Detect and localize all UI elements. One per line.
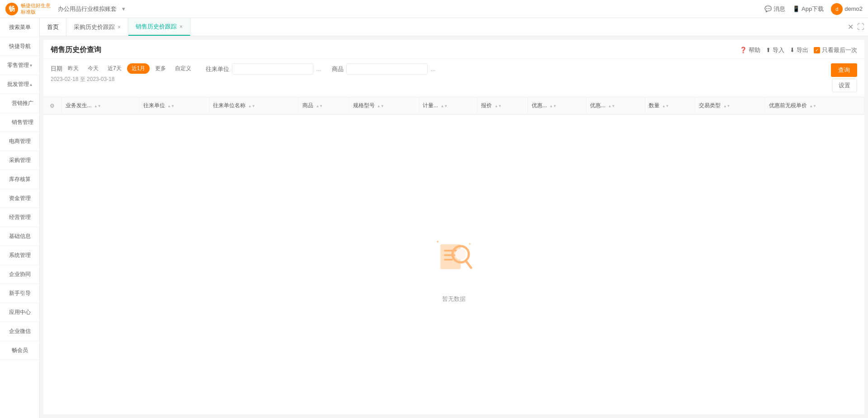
sidebar-item-marketing[interactable]: 营销推广 [0, 94, 39, 113]
dropdown-icon[interactable]: ▾ [122, 5, 125, 12]
avatar: d [831, 3, 843, 15]
sort-arrows-partner-code: ▲▼ [167, 104, 175, 108]
sort-arrows-biz-date: ▲▼ [94, 104, 101, 108]
th-qty[interactable]: 数量 ▲▼ [645, 97, 695, 114]
th-discount1[interactable]: 优惠... ▲▼ [528, 97, 586, 114]
help-action[interactable]: ❓ 帮助 [740, 46, 760, 54]
tab-content-area: 首页 采购历史价跟踪 × 销售历史价跟踪 × ✕ ⛶ 销售历史价查询 [40, 18, 868, 418]
gear-icon[interactable]: ⚙ [50, 103, 55, 109]
user-profile[interactable]: d demo2 [831, 3, 863, 15]
empty-text: 暂无数据 [442, 295, 466, 303]
header-right: 💬 消息 📱 App下载 d demo2 [764, 3, 863, 15]
sidebar-item-wholesale-mgmt[interactable]: 批发管理 ▴ [0, 75, 39, 94]
filter-area: 日期 昨天 今天 近7天 近1月 更多 自定义 2023-02-18 至 202… [43, 59, 864, 97]
import-action[interactable]: ⬆ 导入 [766, 46, 784, 54]
tab-purchase-history[interactable]: 采购历史价跟踪 × [66, 18, 128, 36]
phone-icon: 📱 [793, 5, 800, 12]
export-icon: ⬇ [790, 47, 795, 53]
chevron-up-icon: ▴ [30, 82, 32, 87]
tab-close-sales[interactable]: × [179, 24, 183, 30]
sidebar-item-operations[interactable]: 经营管理 [0, 208, 39, 227]
maximize-window-button[interactable]: ⛶ [857, 23, 864, 31]
query-button[interactable]: 查询 [831, 63, 857, 77]
svg-point-5 [455, 249, 466, 260]
sidebar-item-quick-nav[interactable]: 快捷导航 [0, 37, 39, 56]
sidebar-item-app-center[interactable]: 应用中心 [0, 303, 39, 322]
partner-input[interactable] [232, 63, 313, 75]
svg-rect-1 [444, 250, 458, 252]
date-today-btn[interactable]: 今天 [84, 63, 102, 74]
close-window-button[interactable]: ✕ [848, 23, 854, 31]
sidebar-item-finance[interactable]: 资金管理 [0, 189, 39, 208]
date-last7days-btn[interactable]: 近7天 [104, 63, 125, 74]
sort-arrows-product: ▲▼ [316, 104, 323, 108]
sidebar-item-enterprise[interactable]: 企业协同 [0, 265, 39, 284]
sidebar-item-ecommerce[interactable]: 电商管理 [0, 132, 39, 151]
sidebar: 搜索菜单 快捷导航 零售管理 ▾ 批发管理 ▴ 营销推广 销售管理 电商管理 采 [0, 18, 40, 418]
date-range-display: 2023-02-18 至 2023-03-18 [51, 76, 195, 83]
table-area: ⚙ 业务发生... ▲▼ 往来单位 ▲▼ 往来单位名称 [43, 97, 864, 414]
sort-arrows-partner-name: ▲▼ [248, 104, 255, 108]
empty-illustration: ✦ ✦ [431, 235, 476, 280]
svg-rect-3 [444, 259, 453, 261]
export-action[interactable]: ⬇ 导出 [790, 46, 808, 54]
th-quoted-price[interactable]: 报价 ▲▼ [477, 97, 528, 114]
sidebar-item-guide[interactable]: 新手引导 [0, 284, 39, 303]
sidebar-item-member[interactable]: 畅会员 [0, 341, 39, 360]
partner-dots[interactable]: ... [316, 66, 321, 72]
th-settings[interactable]: ⚙ [43, 97, 61, 114]
sort-arrows-pretax: ▲▼ [809, 104, 816, 108]
th-biz-date[interactable]: 业务发生... ▲▼ [61, 97, 139, 114]
th-trade-type[interactable]: 交易类型 ▲▼ [695, 97, 765, 114]
header-left: 畅 畅捷信好生意 标准版 办公用品行业模拟账套 ▾ [5, 3, 125, 15]
logo-area: 畅 畅捷信好生意 标准版 [5, 3, 51, 15]
sidebar-item-basic-info[interactable]: 基础信息 [0, 227, 39, 246]
th-product[interactable]: 商品 ▲▼ [299, 97, 349, 114]
th-partner-code[interactable]: 往来单位 ▲▼ [139, 97, 209, 114]
product-input[interactable] [346, 63, 428, 75]
sort-arrows-quoted: ▲▼ [495, 104, 502, 108]
tab-home[interactable]: 首页 [40, 18, 66, 36]
import-icon: ⬆ [766, 47, 771, 53]
page-title: 销售历史价查询 [51, 45, 101, 55]
date-last1month-btn[interactable]: 近1月 [127, 63, 150, 74]
sort-arrows-discount1: ▲▼ [549, 104, 557, 108]
sidebar-item-sales-mgmt[interactable]: 销售管理 [0, 113, 39, 132]
table-header-row: ⚙ 业务发生... ▲▼ 往来单位 ▲▼ 往来单位名称 [43, 97, 864, 114]
date-more-btn[interactable]: 更多 [151, 63, 170, 74]
sidebar-item-search-menu[interactable]: 搜索菜单 [0, 18, 39, 37]
tab-bar: 首页 采购历史价跟踪 × 销售历史价跟踪 × ✕ ⛶ [40, 18, 868, 36]
tab-sales-history[interactable]: 销售历史价跟踪 × [128, 18, 190, 36]
message-action[interactable]: 💬 消息 [764, 5, 785, 13]
sort-arrows-discount2: ▲▼ [608, 104, 615, 108]
th-spec[interactable]: 规格型号 ▲▼ [349, 97, 419, 114]
sort-arrows-trade-type: ▲▼ [723, 104, 731, 108]
sidebar-item-system[interactable]: 系统管理 [0, 246, 39, 265]
message-icon: 💬 [764, 5, 772, 12]
date-yesterday-btn[interactable]: 昨天 [64, 63, 82, 74]
sidebar-item-purchase[interactable]: 采购管理 [0, 151, 39, 170]
th-partner-name[interactable]: 往来单位名称 ▲▼ [209, 97, 299, 114]
sidebar-item-retail-mgmt[interactable]: 零售管理 ▾ [0, 56, 39, 75]
settings-button[interactable]: 设置 [832, 79, 857, 92]
sidebar-item-enterprise-wechat[interactable]: 企业微信 [0, 322, 39, 341]
app-download-action[interactable]: 📱 App下载 [793, 5, 824, 13]
only-last-checkbox-label[interactable]: ✓ 只看最后一次 [814, 46, 857, 54]
th-discount2[interactable]: 优惠... ▲▼ [586, 97, 645, 114]
sidebar-item-inventory[interactable]: 库存核算 [0, 170, 39, 189]
tab-close-purchase[interactable]: × [118, 24, 121, 30]
svg-text:✦: ✦ [436, 239, 439, 244]
logo-text: 畅捷信好生意 标准版 [21, 3, 51, 14]
app-title: 办公用品行业模拟账套 [58, 5, 117, 13]
main-layout: 搜索菜单 快捷导航 零售管理 ▾ 批发管理 ▴ 营销推广 销售管理 电商管理 采 [0, 18, 868, 418]
th-pretax-price[interactable]: 优惠前无税单价 ▲▼ [765, 97, 864, 114]
product-dots[interactable]: ... [430, 66, 435, 72]
partner-label: 往来单位 [206, 65, 229, 73]
th-unit[interactable]: 计量... ▲▼ [419, 97, 477, 114]
top-header: 畅 畅捷信好生意 标准版 办公用品行业模拟账套 ▾ 💬 消息 📱 App下载 d… [0, 0, 868, 18]
page-content: 销售历史价查询 ❓ 帮助 ⬆ 导入 ⬇ 导出 ✓ [43, 40, 864, 414]
chevron-down-icon: ▾ [30, 63, 32, 68]
date-custom-btn[interactable]: 自定义 [171, 63, 195, 74]
svg-line-6 [466, 261, 471, 268]
sort-arrows-unit: ▲▼ [440, 104, 448, 108]
